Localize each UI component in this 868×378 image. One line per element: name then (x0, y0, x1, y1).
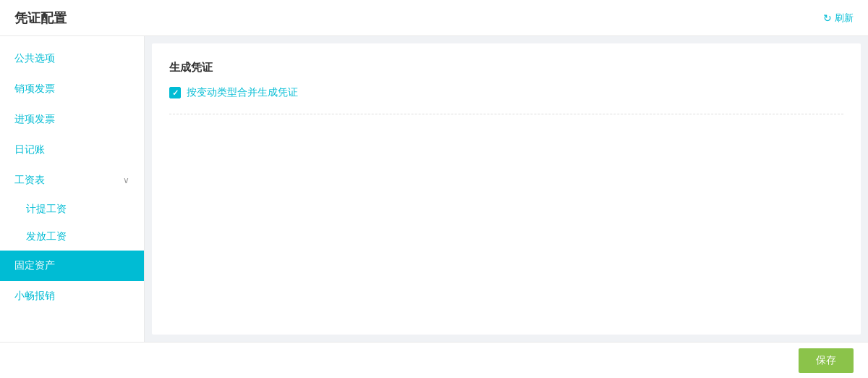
sidebar-item-expense-report[interactable]: 小畅报销 (0, 281, 144, 311)
sidebar-item-payroll-calc[interactable]: 计提工资 (0, 196, 144, 223)
sidebar-item-label: 日记账 (14, 143, 45, 156)
body: 公共选项 销项发票 进项发票 日记账 工资表 ∨ 计提工资 发放工资 (0, 36, 868, 342)
section-title: 生成凭证 (169, 61, 843, 75)
sidebar-item-label: 小畅报销 (14, 290, 55, 303)
sidebar-sub-item-label: 计提工资 (26, 203, 67, 214)
sidebar: 公共选项 销项发票 进项发票 日记账 工资表 ∨ 计提工资 发放工资 (0, 36, 145, 342)
section-divider (169, 114, 843, 114)
header: 凭证配置 ↻ 刷新 (0, 0, 868, 36)
refresh-button[interactable]: ↻ 刷新 (823, 12, 854, 25)
merge-by-type-checkbox[interactable] (169, 87, 181, 98)
refresh-icon: ↻ (823, 12, 832, 24)
page-wrapper: 凭证配置 ↻ 刷新 公共选项 销项发票 进项发票 日记账 工资表 ∨ (0, 0, 868, 378)
page-title: 凭证配置 (14, 9, 67, 27)
sidebar-item-label: 固定资产 (14, 259, 55, 272)
sidebar-item-label: 公共选项 (14, 52, 55, 65)
sidebar-item-label: 工资表 (14, 174, 45, 187)
main-content: 生成凭证 按变动类型合并生成凭证 (152, 43, 861, 335)
sidebar-item-payroll-pay[interactable]: 发放工资 (0, 223, 144, 251)
footer: 保存 (0, 342, 868, 378)
checkbox-row: 按变动类型合并生成凭证 (169, 86, 843, 99)
refresh-label: 刷新 (835, 12, 854, 25)
sidebar-sub-item-label: 发放工资 (26, 230, 67, 242)
sidebar-item-public-options[interactable]: 公共选项 (0, 43, 144, 74)
sidebar-item-purchase-invoice[interactable]: 进项发票 (0, 104, 144, 135)
chevron-down-icon: ∨ (123, 175, 129, 185)
sidebar-item-sales-invoice[interactable]: 销项发票 (0, 74, 144, 104)
sidebar-item-journal[interactable]: 日记账 (0, 135, 144, 165)
checkbox-label: 按变动类型合并生成凭证 (187, 86, 298, 99)
sidebar-item-fixed-assets[interactable]: 固定资产 (0, 251, 144, 281)
sidebar-item-label: 进项发票 (14, 113, 55, 126)
save-button[interactable]: 保存 (799, 348, 854, 373)
sidebar-item-label: 销项发票 (14, 83, 55, 96)
sidebar-item-payroll[interactable]: 工资表 ∨ (0, 165, 144, 196)
